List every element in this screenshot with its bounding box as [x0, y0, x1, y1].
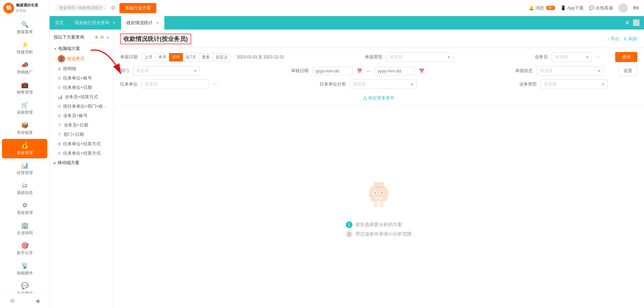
- messages-action[interactable]: 🔔 消息 99+: [529, 5, 555, 11]
- settings-button[interactable]: ⚙: [9, 296, 16, 305]
- tab-bar-actions: ✕ ⬜: [625, 19, 644, 27]
- tree-group-mobile-header[interactable]: ▶ 移动端方案: [50, 158, 113, 167]
- scheme-panel: 按以下方案查询 + ⚙ « ▼ 电脑端方案 👤: [50, 30, 113, 308]
- partner-more-icon[interactable]: ···: [213, 81, 217, 87]
- table5-icon: ⊟: [58, 151, 61, 156]
- date-tab-this-year[interactable]: 本年: [169, 53, 183, 61]
- audit-date-start[interactable]: [313, 67, 353, 75]
- finance-icon: 💰: [21, 142, 29, 149]
- calendar2-icon[interactable]: 📅: [419, 68, 424, 73]
- tree-item-partner-dept[interactable]: ⊟ 按往来单位+部门+收...: [50, 102, 113, 111]
- dept-label: 部门: [120, 68, 129, 74]
- dept-arrow-icon: ▼: [194, 69, 197, 73]
- header-gear-icon[interactable]: ⚙: [111, 5, 115, 11]
- system-icon: ⚙: [22, 202, 28, 209]
- filter-row-2: 部门 请选择 ▼ 审核日期 📅 — 📅 单据状态 请选择: [120, 65, 637, 76]
- business-type-label: 业务类型: [519, 81, 537, 87]
- tree-item-staff-date[interactable]: ⏱ 业务员+日期: [50, 120, 113, 130]
- sidebar-item-purchase[interactable]: 🛒 采购管理: [2, 99, 47, 118]
- business-type-select[interactable]: 请选择 ▼: [541, 80, 608, 89]
- header-left: 资金管理 / 收款情况统计 ⚙ 体验行业方案: [55, 3, 156, 13]
- tree-item-staff-method[interactable]: 📊 业务员+结算方式: [50, 92, 113, 102]
- voucher-type-select[interactable]: 请选择 ▼: [386, 52, 453, 62]
- audit-date-end[interactable]: [375, 67, 415, 75]
- inventory-icon: 📦: [21, 121, 29, 129]
- voucher-status-select[interactable]: 请选择 ▼: [537, 66, 604, 75]
- scheme-collapse-icon[interactable]: «: [106, 35, 109, 40]
- partner-select[interactable]: 请选择: [142, 80, 209, 89]
- sidebar-nav: 🔍 搜索菜单 ⚡ 快捷导航 📣 营销推广 💼 销售管理 🛒 采购管理 📦 库存核…: [0, 16, 49, 293]
- date-tab-last-month[interactable]: 上月: [142, 53, 155, 61]
- sidebar-item-finance[interactable]: 💰 资金管理: [2, 139, 47, 158]
- tab-collection[interactable]: 收款情况统计 ✕: [121, 16, 164, 30]
- tree-item-by-staff[interactable]: 👤 按业务员: [50, 53, 113, 64]
- sidebar-item-hardware[interactable]: 📡 智能硬件: [2, 259, 47, 279]
- partner-category-label: 往来单位分类: [320, 81, 346, 87]
- sidebar-item-sales[interactable]: 💼 销售管理: [2, 79, 47, 98]
- date-tab-last7[interactable]: 近7天: [183, 53, 199, 61]
- collapse-sidebar-button[interactable]: ◀‍: [34, 296, 41, 305]
- tree-item-partner-method1[interactable]: ⊞ 往来单位+结算方式: [50, 139, 113, 149]
- sidebar-item-system[interactable]: ⚙ 系统管理: [2, 199, 47, 218]
- online-service-action[interactable]: 💬 在线客服: [589, 5, 613, 11]
- tree-item-dept-date[interactable]: ⏱ 部门+日期: [50, 130, 113, 139]
- tab-close-collection[interactable]: ✕: [156, 21, 159, 25]
- scheme-settings-icon[interactable]: ⚙: [100, 35, 104, 40]
- partner-cat-arrow-icon: ▼: [411, 83, 414, 86]
- staff-select[interactable]: 请选择 ▼: [552, 52, 592, 62]
- tab-bar: 首页 现金银行流水查询 ✕ 收款情况统计 ✕ ✕ ⬜: [50, 16, 644, 30]
- sidebar-item-corp[interactable]: 🏢 企业协同: [2, 219, 47, 239]
- tree-group-desktop-header[interactable]: ▼ 电脑端方案: [50, 44, 113, 53]
- purchase-icon: 🛒: [21, 101, 29, 109]
- date-tab-this-month[interactable]: 本月: [155, 53, 169, 61]
- tree-item-partner-method2[interactable]: ⊟ 往来单位+结算方式: [50, 149, 113, 158]
- date-label: 单据日期: [120, 54, 138, 60]
- guide-icon: 🎯: [21, 242, 29, 249]
- wechat-icon: 💬: [21, 282, 29, 290]
- dept-select[interactable]: 请选择 ▼: [133, 66, 200, 75]
- sidebar-item-guide[interactable]: 🎯 新手引导: [2, 239, 47, 259]
- sidebar-item-wechat[interactable]: 💬 企业微信: [2, 279, 47, 293]
- avatar[interactable]: [619, 3, 628, 13]
- svg-rect-1: [374, 182, 384, 188]
- filter-row-3: 往来单位 请选择 ··· 往来单位分类 请选择 ▼ 业务类型 请选择: [120, 80, 637, 89]
- sidebar-item-basic[interactable]: 🗂 基础信息: [2, 179, 47, 198]
- tab-maximize-icon[interactable]: ⬜: [633, 19, 640, 27]
- collapse-more-button[interactable]: ⋀ 收起更多条件: [120, 92, 637, 101]
- scheme-add-icon[interactable]: +: [95, 34, 98, 40]
- tree-item-staff-account[interactable]: ⊟ 业务员+账号: [50, 111, 113, 120]
- empty-step-1: 1 请先选择要分析的方案: [346, 221, 412, 228]
- calendar1-icon[interactable]: 📅: [357, 68, 362, 73]
- staff-label: 业务员: [535, 54, 548, 60]
- collapse-up-icon: ⋀: [363, 96, 367, 101]
- sidebar-item-quick-nav[interactable]: ⚡ 快捷导航: [2, 38, 47, 58]
- tab-close-all-icon[interactable]: ✕: [625, 19, 630, 27]
- settings-button[interactable]: 设置: [619, 65, 637, 76]
- tree-item-partner-date[interactable]: ⊟ 往来单位+日期: [50, 83, 113, 92]
- tree-item-partner-account[interactable]: ⊟ 往来单位+账号: [50, 73, 113, 83]
- sidebar-item-search[interactable]: 🔍 搜索菜单: [2, 18, 47, 38]
- tab-close-bank[interactable]: ✕: [113, 21, 116, 25]
- svg-rect-8: [385, 190, 389, 197]
- partner-category-select[interactable]: 请选择 ▼: [350, 80, 417, 89]
- scheme-panel-header: 按以下方案查询 + ⚙ «: [50, 32, 113, 43]
- tree-item-by-detail[interactable]: ⊞ 按明细: [50, 64, 113, 73]
- export-button[interactable]: ↑ 导出: [607, 36, 620, 42]
- refresh-button[interactable]: ↻ 刷新: [624, 36, 637, 42]
- date-tab-custom[interactable]: 自定义: [213, 53, 231, 61]
- content-area: 按以下方案查询 + ⚙ « ▼ 电脑端方案 👤: [50, 30, 644, 308]
- empty-step-2: 2 用过滤条件来缩小分析范围: [346, 231, 412, 238]
- sidebar-item-inventory[interactable]: 📦 库存核算: [2, 119, 47, 138]
- staff-more-icon[interactable]: ···: [596, 54, 600, 60]
- date-tab-more[interactable]: 更多: [199, 53, 213, 61]
- date-tabs: 上月 本月 本年 近7天 更多 自定义: [142, 53, 231, 61]
- tab-bank[interactable]: 现金银行流水查询 ✕: [69, 16, 121, 30]
- query-button[interactable]: 查询: [615, 52, 637, 62]
- tab-home[interactable]: 首页: [50, 16, 69, 30]
- sidebar-item-marketing[interactable]: 📣 营销推广: [2, 58, 47, 78]
- marketing-icon: 📣: [21, 61, 29, 68]
- sidebar-item-operations[interactable]: 📊 经营管理: [2, 159, 47, 178]
- trial-button[interactable]: 体验行业方案: [119, 3, 156, 13]
- clock2-icon: ⏱: [58, 132, 62, 137]
- app-download-action[interactable]: 📱 App下载: [560, 5, 584, 11]
